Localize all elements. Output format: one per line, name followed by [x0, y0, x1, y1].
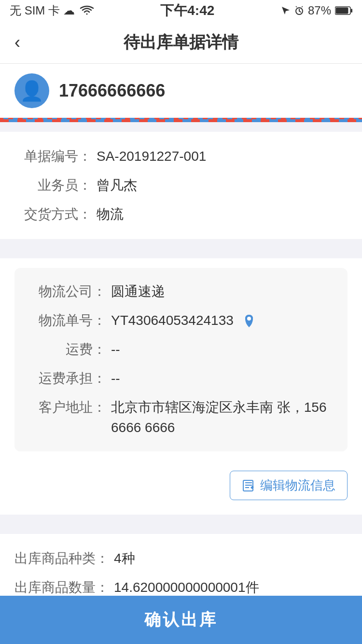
- svg-line-2: [299, 11, 301, 12]
- svg-point-9: [247, 317, 251, 321]
- status-bar: 无 SIM 卡 ☁ 下午4:42 87%: [0, 0, 362, 21]
- customer-header-section: 👤 17666666666: [0, 64, 362, 122]
- svg-rect-7: [335, 8, 348, 14]
- status-bar-left: 无 SIM 卡 ☁: [10, 3, 94, 18]
- sim-status: 无 SIM 卡 ☁: [10, 3, 75, 18]
- salesman-value: 曾凡杰: [92, 175, 348, 196]
- doc-number-label: 单据编号：: [14, 146, 92, 167]
- tracking-number-label: 物流单号：: [29, 310, 106, 331]
- alarm-icon: [294, 6, 304, 15]
- avatar: 👤: [14, 73, 49, 108]
- logistics-card: 物流公司： 圆通速递 物流单号： YT43064053424133: [14, 268, 348, 451]
- customer-phone: 17666666666: [59, 81, 165, 101]
- svg-rect-6: [351, 9, 352, 13]
- wifi-icon: [80, 5, 94, 16]
- freight-label: 运费：: [29, 339, 106, 360]
- battery-icon: [335, 6, 352, 15]
- edit-icon: [242, 479, 255, 492]
- page-title: 待出库单据详情: [124, 31, 238, 54]
- person-icon: 👤: [20, 80, 44, 102]
- dashed-divider: [0, 119, 362, 122]
- logistics-company-label: 物流公司：: [29, 281, 106, 302]
- svg-line-3: [296, 6, 297, 7]
- freight-bearer-label: 运费承担：: [29, 368, 106, 389]
- document-info: 单据编号： SA-20191227-001 业务员： 曾凡杰 交货方式： 物流: [0, 132, 362, 239]
- goods-type-value: 4种: [109, 548, 348, 569]
- document-info-section: 单据编号： SA-20191227-001 业务员： 曾凡杰 交货方式： 物流: [0, 132, 362, 239]
- status-bar-time: 下午4:42: [160, 1, 214, 20]
- salesman-row: 业务员： 曾凡杰: [14, 175, 348, 196]
- tracking-number-row: 物流单号： YT43064053424133: [29, 310, 333, 331]
- back-button[interactable]: ‹: [14, 32, 20, 53]
- salesman-label: 业务员：: [14, 175, 92, 196]
- address-row: 客户地址： 北京市市辖区海淀区永丰南 张，156 6666 6666: [29, 397, 333, 438]
- delivery-method-row: 交货方式： 物流: [14, 204, 348, 224]
- section-divider-2: [0, 524, 362, 534]
- location-pin-icon[interactable]: [240, 312, 258, 329]
- logistics-company-value: 圆通速递: [106, 281, 333, 302]
- address-label: 客户地址：: [29, 397, 106, 418]
- edit-logistics-button[interactable]: 编辑物流信息: [230, 471, 348, 500]
- doc-number-value: SA-20191227-001: [92, 146, 348, 167]
- edit-logistics-label: 编辑物流信息: [260, 477, 335, 494]
- goods-type-row: 出库商品种类： 4种: [14, 548, 348, 569]
- doc-number-row: 单据编号： SA-20191227-001: [14, 146, 348, 167]
- goods-quantity-value: 14.620000000000001件: [109, 577, 348, 598]
- confirm-button-label: 确认出库: [144, 609, 218, 631]
- freight-bearer-value: --: [106, 368, 333, 389]
- nav-bar: ‹ 待出库单据详情: [0, 21, 362, 64]
- goods-quantity-row: 出库商品数量： 14.620000000000001件: [14, 577, 348, 598]
- address-value: 北京市市辖区海淀区永丰南 张，156 6666 6666: [106, 397, 333, 438]
- svg-line-4: [302, 6, 303, 7]
- logistics-company-row: 物流公司： 圆通速递: [29, 281, 333, 302]
- status-bar-right: 87%: [281, 4, 352, 17]
- tracking-number-value: YT43064053424133: [106, 310, 333, 331]
- freight-value: --: [106, 339, 333, 360]
- back-icon: ‹: [14, 32, 20, 52]
- logistics-section: 物流公司： 圆通速递 物流单号： YT43064053424133: [0, 258, 362, 515]
- logistics-card-wrapper: 物流公司： 圆通速递 物流单号： YT43064053424133: [0, 258, 362, 451]
- delivery-method-label: 交货方式：: [14, 204, 92, 224]
- battery-percent: 87%: [308, 4, 331, 17]
- location-arrow-icon: [281, 6, 291, 15]
- customer-header: 👤 17666666666: [0, 64, 362, 119]
- freight-row: 运费： --: [29, 339, 333, 360]
- edit-btn-wrapper: 编辑物流信息: [0, 461, 362, 515]
- confirm-bar[interactable]: 确认出库: [0, 596, 362, 644]
- goods-type-label: 出库商品种类：: [14, 548, 109, 569]
- delivery-method-value: 物流: [92, 204, 348, 224]
- freight-bearer-row: 运费承担： --: [29, 368, 333, 389]
- section-divider-1: [0, 249, 362, 258]
- goods-quantity-label: 出库商品数量：: [14, 577, 109, 598]
